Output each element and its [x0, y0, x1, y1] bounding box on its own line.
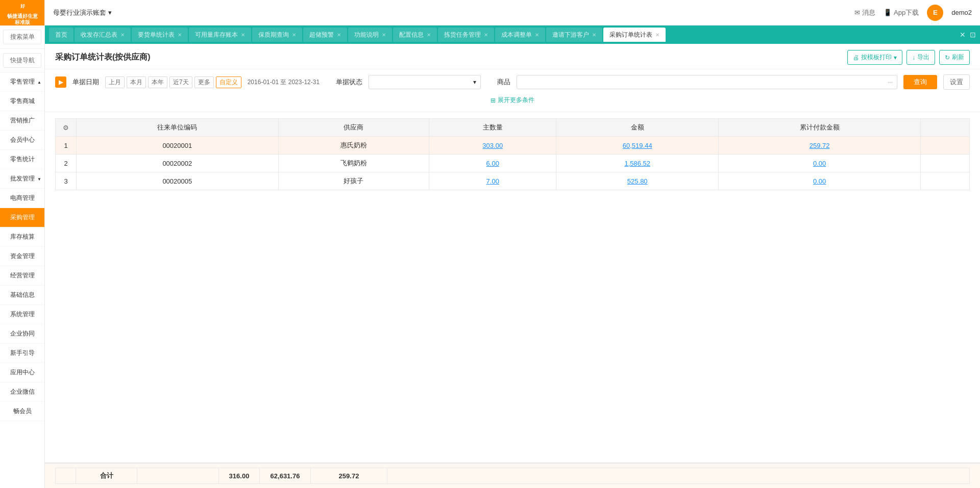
account-dropdown[interactable]: 母婴行业演示账套 ▾: [53, 8, 112, 17]
row-2-qty[interactable]: 6.00: [429, 155, 556, 172]
sidebar-item-system[interactable]: 系统管理: [0, 305, 44, 324]
tab-config-info[interactable]: 配置信息 ✕: [393, 28, 437, 42]
tab-function-desc[interactable]: 功能说明 ✕: [348, 28, 392, 42]
col-qty: 主数量: [429, 119, 556, 137]
filter-date-7days[interactable]: 近7天: [169, 76, 192, 88]
app-download-button[interactable]: 📱 App下载: [884, 8, 919, 17]
tab-available-inventory-close[interactable]: ✕: [241, 32, 245, 38]
tab-home[interactable]: 首页: [49, 28, 74, 42]
tab-order-summary-close[interactable]: ✕: [178, 32, 182, 38]
print-dropdown-icon: ▾: [894, 54, 897, 61]
username-label[interactable]: demo2: [951, 9, 972, 16]
sidebar-item-operation[interactable]: 经营管理: [0, 266, 44, 286]
filter-row-1: ▶ 单据日期 上月 本月 本年 近7天 更多 自定义 2016-01-01 至 …: [55, 74, 970, 90]
tab-home-label: 首页: [55, 31, 67, 39]
sidebar-item-ecommerce[interactable]: 电商管理: [0, 189, 44, 208]
filter-toggle-button[interactable]: ▶: [55, 76, 66, 88]
tab-purchase-summary-close[interactable]: ✕: [655, 32, 659, 38]
row-2-amount[interactable]: 1,586.52: [556, 155, 719, 172]
table-row: 1 00020001 惠氏奶粉 303.00 60,519.44 259.72: [56, 137, 970, 155]
row-3-amount[interactable]: 525.80: [556, 172, 719, 190]
footer-qty: 316.00: [219, 468, 260, 484]
tab-order-summary[interactable]: 要货单统计表 ✕: [132, 28, 188, 42]
sidebar-item-finance[interactable]: 资金管理: [0, 247, 44, 266]
filter-date-last-month[interactable]: 上月: [105, 76, 125, 88]
sidebar-item-basic[interactable]: 基础信息: [0, 286, 44, 305]
row-3-paid[interactable]: 0.00: [719, 172, 921, 190]
page-title: 采购订单统计表(按供应商): [55, 52, 151, 63]
expand-more-button[interactable]: ⊞ 展开更多条件: [55, 94, 970, 107]
account-name: 母婴行业演示账套: [53, 8, 106, 17]
tab-warranty-query-label: 保质期查询: [258, 31, 289, 39]
tab-order-summary-label: 要货单统计表: [138, 31, 175, 39]
tab-cost-adjust-close[interactable]: ✕: [535, 32, 539, 38]
tab-warranty-query[interactable]: 保质期查询 ✕: [252, 28, 302, 42]
filter-date-more[interactable]: 更多: [194, 76, 214, 88]
row-1-paid[interactable]: 259.72: [719, 137, 921, 155]
tab-picking-task-close[interactable]: ✕: [484, 32, 488, 38]
row-1-qty[interactable]: 303.00: [429, 137, 556, 155]
filter-date-range: 2016-01-01 至 2023-12-31: [248, 78, 320, 87]
table-settings-icon[interactable]: ⚙: [62, 123, 70, 132]
row-2-paid[interactable]: 0.00: [719, 155, 921, 172]
data-table: ⚙ 往来单位编码 供应商 主数量 金额 累计付款金额 1 00020001: [55, 118, 970, 190]
tab-invite-downstream[interactable]: 邀请下游客户 ✕: [546, 28, 602, 42]
sidebar-item-inventory[interactable]: 库存核算: [0, 227, 44, 247]
filter-date-this-year[interactable]: 本年: [148, 76, 167, 88]
tab-receive-summary-label: 收发存汇总表: [81, 31, 117, 39]
tab-function-desc-close[interactable]: ✕: [382, 32, 386, 38]
filter-status-select[interactable]: ▾: [369, 75, 481, 89]
sidebar-item-purchase[interactable]: 采购管理: [0, 208, 44, 227]
tab-warranty-query-close[interactable]: ✕: [292, 32, 296, 38]
sidebar-item-wholesale[interactable]: 批发管理: [0, 169, 44, 189]
app-logo-sub: 标准版: [15, 19, 30, 25]
row-1-amount[interactable]: 60,519.44: [556, 137, 719, 155]
tab-maximize-button[interactable]: ⊡: [970, 31, 976, 39]
tab-picking-task-label: 拣货任务管理: [444, 31, 481, 39]
sidebar-item-marketing[interactable]: 营销推广: [0, 111, 44, 131]
tab-available-inventory[interactable]: 可用量库存账本 ✕: [189, 28, 251, 42]
tab-cost-adjust[interactable]: 成本调整单 ✕: [495, 28, 545, 42]
filter-goods-input[interactable]: ···: [517, 75, 897, 89]
tab-overstock-warning[interactable]: 超储预警 ✕: [303, 28, 347, 42]
tab-config-info-label: 配置信息: [399, 31, 424, 39]
row-2-supplier: 飞鹤奶粉: [278, 155, 429, 172]
message-button[interactable]: ✉ 消息: [854, 8, 875, 17]
sidebar-item-vip[interactable]: 畅会员: [0, 402, 44, 421]
filter-date-this-month[interactable]: 本月: [127, 76, 146, 88]
app-logo-text: 畅捷通好生意: [7, 13, 38, 19]
sidebar-item-retail[interactable]: 零售管理: [0, 72, 44, 92]
print-button[interactable]: 🖨 按模板打印 ▾: [847, 50, 902, 65]
sidebar-item-enterprise[interactable]: 企业协同: [0, 324, 44, 344]
tab-overstock-warning-close[interactable]: ✕: [337, 32, 341, 38]
tab-invite-downstream-close[interactable]: ✕: [592, 32, 596, 38]
col-settings: ⚙: [56, 119, 77, 137]
settings-button[interactable]: 设置: [943, 74, 970, 90]
user-avatar[interactable]: E: [927, 5, 943, 21]
row-3-code: 00020005: [77, 172, 279, 190]
tab-picking-task[interactable]: 拣货任务管理 ✕: [438, 28, 494, 42]
sidebar-item-wechat[interactable]: 企业微信: [0, 382, 44, 402]
sidebar-item-newbie[interactable]: 新手引导: [0, 344, 44, 363]
table-row: 3 00020005 好孩子 7.00 525.80 0.00: [56, 172, 970, 190]
tab-close-all-button[interactable]: ✕: [960, 31, 966, 39]
sidebar-item-app-center[interactable]: 应用中心: [0, 363, 44, 382]
refresh-button[interactable]: ↻ 刷新: [939, 50, 970, 65]
row-3-num: 3: [56, 172, 77, 190]
tab-config-info-close[interactable]: ✕: [427, 32, 431, 38]
sidebar-item-retail-stat[interactable]: 零售统计: [0, 150, 44, 169]
tab-receive-summary-close[interactable]: ✕: [120, 32, 125, 38]
quick-nav-button[interactable]: 快捷导航: [3, 53, 41, 68]
tab-purchase-summary[interactable]: 采购订单统计表 ✕: [603, 28, 666, 42]
filter-custom-tag[interactable]: 自定义: [216, 76, 241, 88]
main-area: 母婴行业演示账套 ▾ ✉ 消息 📱 App下载 E demo2 首页 收发存汇总…: [45, 0, 980, 488]
row-3-qty[interactable]: 7.00: [429, 172, 556, 190]
footer-empty-col: [56, 468, 76, 484]
sidebar-item-retail-mall[interactable]: 零售商城: [0, 92, 44, 111]
query-button[interactable]: 查询: [903, 75, 937, 89]
col-amount: 金额: [556, 119, 719, 137]
tab-receive-summary[interactable]: 收发存汇总表 ✕: [75, 28, 131, 42]
search-menu-button[interactable]: 搜索菜单: [3, 30, 41, 44]
export-button[interactable]: ↓ 导出: [906, 50, 935, 65]
sidebar-item-member[interactable]: 会员中心: [0, 131, 44, 150]
